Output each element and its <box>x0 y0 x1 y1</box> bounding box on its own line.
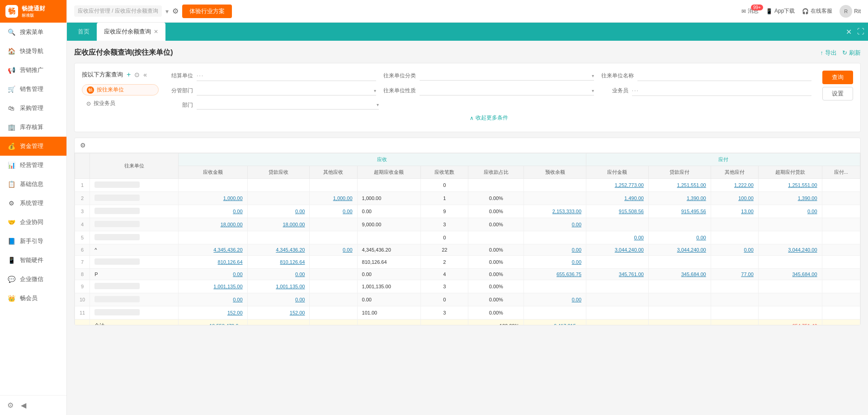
sidebar-item-funds[interactable]: 💰 资金管理 <box>0 137 66 156</box>
settlement-input[interactable]: ··· <box>197 71 376 81</box>
user-info[interactable]: R Rit <box>840 5 861 18</box>
sidebar-item-marketing[interactable]: 📢 营销推广 <box>0 61 66 80</box>
partner-category-select[interactable]: ▾ <box>420 72 594 81</box>
filter-field-settlement: 结算单位 ··· <box>166 71 376 81</box>
table-row: 30.000.000.000.0090.00%2,153,333.00915,5… <box>75 205 860 218</box>
filter-row-3: 部门 ▾ <box>166 100 811 110</box>
wechat-icon: 💬 <box>7 276 15 283</box>
dept-select[interactable]: ▾ <box>197 86 376 95</box>
page-actions: ↑ 导出 ↻ 刷新 <box>821 49 861 57</box>
table-row: 6^4,345,436.204,345,436.200.004,345,436.… <box>75 244 860 256</box>
th-partner: 往来单位 <box>90 153 179 179</box>
refresh-button[interactable]: ↻ 刷新 <box>842 49 861 57</box>
collapse-more-btn[interactable]: ∧ 收起更多条件 <box>166 111 811 124</box>
online-service-item[interactable]: 🎧 在线客服 <box>802 7 832 15</box>
sidebar-item-basic[interactable]: 📋 基础信息 <box>0 175 66 194</box>
filter-plan-by-partner[interactable]: 畅 按往来单位 <box>82 84 159 95</box>
logo-main: 畅捷通财 <box>22 5 45 13</box>
th-group-ap: 应付 <box>586 153 860 166</box>
sidebar-item-inventory[interactable]: 🏢 库存核算 <box>0 118 66 137</box>
breadcrumb-dropdown-icon[interactable]: ▾ <box>165 8 169 15</box>
partner-name-input[interactable] <box>637 71 811 81</box>
system-icon: ⚙ <box>7 200 15 207</box>
message-icon: ✉ <box>741 8 746 14</box>
tab-close-icon[interactable]: ✕ <box>154 29 158 35</box>
filter-add-icon[interactable]: + <box>127 71 131 79</box>
filter-field-salesman: 业务员 ··· <box>601 86 811 96</box>
sidebar-item-label: 库存核算 <box>20 123 43 131</box>
filter-row-1: 结算单位 ··· 往来单位分类 ▾ <box>166 71 811 81</box>
table-wrapper[interactable]: 往来单位 应收 应付 应收金额 贷款应收 其他应收 超期应收金额 应收笔数 应收… <box>75 153 860 325</box>
sidebar-item-label: 快捷导航 <box>20 47 43 55</box>
th-ar-ratio: 应收款占比 <box>468 166 524 179</box>
logo-text: 畅捷通财 标准版 <box>22 5 45 19</box>
tab-close-all-button[interactable]: ✕ <box>846 28 852 36</box>
sidebar-item-label: 系统管理 <box>20 199 43 207</box>
th-ap-overdue: 超期应付货款 <box>758 166 822 179</box>
query-button[interactable]: 查询 <box>822 71 853 84</box>
tab-expand-button[interactable]: ⛶ <box>857 28 864 36</box>
app-download-item[interactable]: 📱 App下载 <box>766 7 795 15</box>
salesman-input[interactable]: ··· <box>632 86 811 96</box>
total-partner: 合计 <box>90 320 179 325</box>
total-ar-prepaid[interactable]: 6,417,215.... <box>524 320 586 325</box>
sidebar-item-label: 基础信息 <box>20 180 43 188</box>
online-service-label: 在线客服 <box>811 7 832 15</box>
export-button[interactable]: ↑ 导出 <box>821 49 837 57</box>
filter-plan-by-salesman[interactable]: ⊙ 按业务员 <box>82 98 159 109</box>
table-section: ⚙ 往来单位 应收 应付 应收金额 贷款应收 其他应收 <box>74 138 861 325</box>
operation-icon: 📊 <box>7 162 15 169</box>
partner-nature-select[interactable]: ▾ <box>420 86 594 95</box>
table-row: 91,001,135.001,001,135.001,001,135.0030.… <box>75 280 860 293</box>
sidebar-item-wechat[interactable]: 💬 企业微信 <box>0 270 66 289</box>
breadcrumb: 应收应付管理 / 应收应付余额查询 <box>74 5 162 17</box>
data-table: 往来单位 应收 应付 应收金额 贷款应收 其他应收 超期应收金额 应收笔数 应收… <box>75 153 860 325</box>
sidebar-item-search-menu[interactable]: 🔍 搜索菜单 <box>0 23 66 42</box>
sidebar-item-operation[interactable]: 📊 经营管理 <box>0 156 66 175</box>
sidebar-collapse-icon[interactable]: ◀ <box>21 401 26 410</box>
total-ap-overdue[interactable]: -654,751.40 <box>758 320 822 325</box>
set-button[interactable]: 设置 <box>822 87 853 100</box>
service-icon: 🎧 <box>802 8 809 14</box>
sidebar-item-guide[interactable]: 📘 新手引导 <box>0 232 66 251</box>
collapse-label: 收起更多条件 <box>476 114 508 122</box>
filter-field-dept: 分管部门 ▾ <box>166 86 376 95</box>
home-icon: 🏠 <box>7 48 15 55</box>
partner-category-label: 往来单位分类 <box>383 72 416 80</box>
th-ap-extra: 应付... <box>822 166 860 179</box>
filter-settings-icon[interactable]: ⊙ <box>134 71 140 78</box>
table-settings-icon[interactable]: ⚙ <box>80 142 86 149</box>
sidebar-settings-icon[interactable]: ⚙ <box>7 401 14 410</box>
sidebar-item-hardware[interactable]: 📱 智能硬件 <box>0 251 66 270</box>
sidebar-item-purchase[interactable]: 🛍 采购管理 <box>0 99 66 118</box>
tab-query[interactable]: 应收应付余额查询 ✕ <box>97 23 165 41</box>
filter-section: 按以下方案查询 + ⊙ « 畅 按往来单位 ⊙ 按业务员 <box>74 63 861 132</box>
sidebar-bottom: ⚙ ◀ <box>0 395 66 415</box>
sidebar-item-member[interactable]: 👑 畅会员 <box>0 289 66 308</box>
sidebar-item-label: 资金管理 <box>20 142 43 150</box>
sidebar-item-label: 营销推广 <box>20 66 43 74</box>
sidebar-item-system[interactable]: ⚙ 系统管理 <box>0 194 66 213</box>
filter-plan-area: 按以下方案查询 + ⊙ « 畅 按往来单位 ⊙ 按业务员 <box>82 71 159 109</box>
sidebar-item-label: 企业协同 <box>20 218 43 226</box>
sub-dept-select[interactable]: ▾ <box>197 100 379 110</box>
filter-field-sub-dept: 部门 ▾ <box>166 100 379 110</box>
tab-home[interactable]: 首页 <box>71 23 97 41</box>
sidebar-item-label: 智能硬件 <box>20 256 43 264</box>
sidebar-item-enterprise[interactable]: 🤝 企业协同 <box>0 213 66 232</box>
page-title-bar: 应收应付余额查询(按往来单位) ↑ 导出 ↻ 刷新 <box>74 48 861 57</box>
filter-actions: 查询 设置 <box>822 71 853 100</box>
table-row: 101,252,773.001,251,551.001,222.001,251,… <box>75 179 860 192</box>
sidebar-item-label: 销售管理 <box>20 85 43 93</box>
sidebar-item-quick-nav[interactable]: 🏠 快捷导航 <box>0 42 66 61</box>
filter-collapse-icon[interactable]: « <box>143 71 147 78</box>
tab-bar: 首页 应收应付余额查询 ✕ ✕ ⛶ <box>67 23 868 41</box>
collapse-icon: ∧ <box>470 115 474 121</box>
export-icon: ↑ <box>821 49 824 56</box>
message-item[interactable]: ✉ 消息 99+ <box>741 7 759 15</box>
sidebar-item-sales[interactable]: 🛒 销售管理 <box>0 80 66 99</box>
trial-button[interactable]: 体验行业方案 <box>182 5 232 18</box>
total-ar-amount[interactable]: 19,553,472,6... <box>178 320 247 325</box>
header-gear-icon[interactable]: ⚙ <box>172 7 179 15</box>
filter-header: 按以下方案查询 + ⊙ « <box>82 71 159 79</box>
